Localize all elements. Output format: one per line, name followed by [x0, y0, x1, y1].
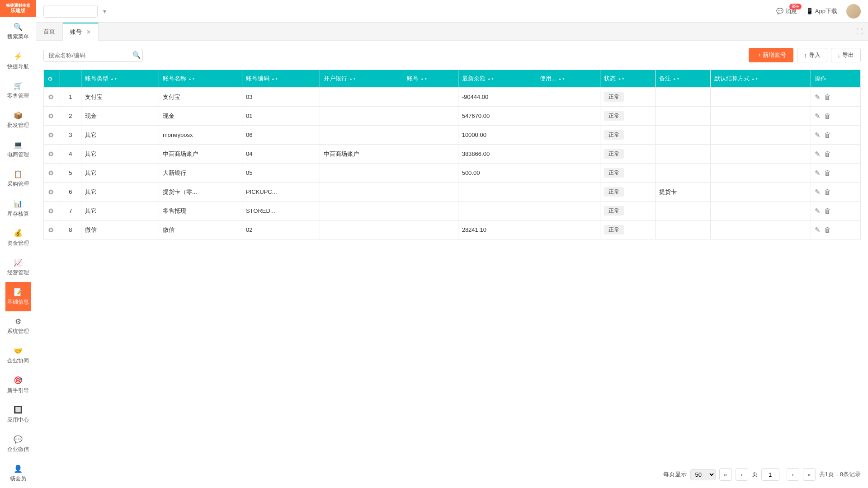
edit-button-4[interactable]: ✎ — [815, 150, 821, 158]
delete-button-5[interactable]: 🗑 — [824, 169, 831, 177]
add-account-button[interactable]: + 新增账号 — [749, 48, 793, 62]
sidebar-item-basic[interactable]: 📝基础信息 — [5, 282, 31, 311]
row-settings-button-8[interactable]: ⚙ — [48, 226, 54, 234]
row-gear-8[interactable]: ⚙ — [44, 221, 60, 239]
row-settings-button-2[interactable]: ⚙ — [48, 112, 54, 120]
delete-button-2[interactable]: 🗑 — [824, 112, 831, 120]
sidebar-item-system[interactable]: ⚙系统管理 — [5, 311, 31, 341]
edit-button-3[interactable]: ✎ — [815, 131, 821, 139]
row-number-3: 3 — [60, 126, 81, 145]
content-area: 🔍 + 新增账号 ↑ 导入 ↓ 导出 ⚙账号类型▲▼账号名称▲▼ — [36, 41, 868, 488]
sidebar-item-member[interactable]: 👤畅会员 — [5, 459, 31, 488]
tab-home[interactable]: 首页 — [36, 23, 63, 41]
status-badge-8: 正常 — [604, 225, 624, 235]
row-gear-3[interactable]: ⚙ — [44, 126, 60, 145]
delete-button-1[interactable]: 🗑 — [824, 93, 831, 101]
sidebar: 畅捷通财生意 乐建版 🔍搜索菜单⚡快捷导航🛒零售管理📦批发管理💻电商管理📋采购管… — [0, 0, 36, 488]
col-header-code[interactable]: 账号编码▲▼ — [242, 70, 320, 88]
row-gear-1[interactable]: ⚙ — [44, 88, 60, 107]
sidebar-item-label: 新手引导 — [7, 387, 29, 394]
cell-status-2: 正常 — [600, 107, 656, 126]
col-header-name[interactable]: 账号名称▲▼ — [159, 70, 242, 88]
col-header-account[interactable]: 账号▲▼ — [403, 70, 458, 88]
edit-button-8[interactable]: ✎ — [815, 226, 821, 234]
table-row: ⚙1支付宝支付宝03-90444.00正常 ✎ 🗑 — [44, 88, 861, 107]
basic-icon: 📝 — [7, 287, 29, 297]
cell-bank-6 — [320, 183, 403, 202]
page-input[interactable] — [761, 468, 779, 481]
tab-expand-icon[interactable]: ⛶ — [851, 28, 868, 35]
avatar[interactable] — [846, 4, 861, 19]
sidebar-item-search[interactable]: 🔍搜索菜单 — [5, 17, 31, 46]
system-icon: ⚙ — [7, 317, 29, 327]
sidebar-item-wholesale[interactable]: 📦批发管理 — [5, 105, 31, 135]
cell-status-5: 正常 — [600, 164, 656, 183]
sidebar-item-operation[interactable]: 📈经营管理 — [5, 253, 31, 282]
col-header-status[interactable]: 状态▲▼ — [600, 70, 656, 88]
sidebar-item-finance[interactable]: 💰资金管理 — [5, 223, 31, 252]
col-header-bank[interactable]: 开户银行▲▼ — [320, 70, 403, 88]
row-gear-4[interactable]: ⚙ — [44, 145, 60, 164]
cell-type-7: 其它 — [81, 202, 159, 221]
edit-button-1[interactable]: ✎ — [815, 93, 821, 101]
row-gear-6[interactable]: ⚙ — [44, 183, 60, 202]
edit-button-6[interactable]: ✎ — [815, 188, 821, 196]
last-page-button[interactable]: » — [803, 468, 816, 481]
delete-button-3[interactable]: 🗑 — [824, 131, 831, 139]
first-page-button[interactable]: « — [719, 468, 732, 481]
col-header-usage[interactable]: 使用...▲▼ — [536, 70, 600, 88]
row-settings-button-7[interactable]: ⚙ — [48, 207, 54, 215]
cell-usage-6 — [536, 183, 600, 202]
cell-account-3 — [403, 126, 458, 145]
col-header-balance[interactable]: 最新余额▲▼ — [458, 70, 536, 88]
sidebar-item-appcenter[interactable]: 🔲应用中心 — [5, 399, 31, 429]
edit-button-7[interactable]: ✎ — [815, 207, 821, 215]
edit-button-2[interactable]: ✎ — [815, 112, 821, 120]
tab-close-account[interactable]: ✕ — [86, 29, 91, 35]
import-button[interactable]: ↑ 导入 — [797, 48, 827, 62]
page-size-select[interactable]: 50 100 200 — [690, 469, 716, 480]
message-badge: 99+ — [789, 4, 802, 9]
next-page-button[interactable]: › — [787, 468, 799, 481]
header-right: 💬 消息 99+ 📱 App下载 — [776, 4, 861, 19]
row-settings-button-3[interactable]: ⚙ — [48, 131, 54, 139]
operation-icon: 📈 — [7, 258, 29, 268]
sidebar-item-inventory[interactable]: 📊库存核算 — [5, 193, 31, 223]
prev-page-button[interactable]: ‹ — [736, 468, 748, 481]
sidebar-item-retail[interactable]: 🛒零售管理 — [5, 75, 31, 105]
search-button[interactable]: 🔍 — [129, 51, 143, 59]
sidebar-item-ecommerce[interactable]: 💻电商管理 — [5, 135, 31, 164]
col-header-type[interactable]: 账号类型▲▼ — [81, 70, 159, 88]
dropdown-arrow-icon[interactable]: ▾ — [103, 8, 106, 15]
app-download-button[interactable]: 📱 App下载 — [806, 7, 837, 15]
row-settings-button-4[interactable]: ⚙ — [48, 150, 54, 158]
cell-balance-3: 10000.00 — [458, 126, 536, 145]
cell-default-4 — [710, 145, 811, 164]
sidebar-item-enterprise[interactable]: 🤝企业协同 — [5, 341, 31, 370]
sidebar-item-label: 基础信息 — [7, 299, 29, 305]
row-gear-7[interactable]: ⚙ — [44, 202, 60, 221]
row-settings-button-1[interactable]: ⚙ — [48, 93, 54, 101]
col-header-default[interactable]: 默认结算方式▲▼ — [710, 70, 811, 88]
row-gear-2[interactable]: ⚙ — [44, 107, 60, 126]
delete-button-7[interactable]: 🗑 — [824, 207, 831, 215]
sidebar-item-newbie[interactable]: 🎯新手引导 — [5, 370, 31, 399]
export-button[interactable]: ↓ 导出 — [831, 48, 861, 62]
top-search-input[interactable] — [43, 5, 98, 18]
edit-button-5[interactable]: ✎ — [815, 169, 821, 177]
row-settings-button-5[interactable]: ⚙ — [48, 169, 54, 177]
delete-button-8[interactable]: 🗑 — [824, 226, 831, 234]
sidebar-item-purchase[interactable]: 📋采购管理 — [5, 164, 31, 193]
sidebar-item-wechat[interactable]: 💬企业微信 — [5, 429, 31, 459]
cell-remark-6: 提货卡 — [656, 183, 711, 202]
cell-remark-3 — [656, 126, 711, 145]
sidebar-item-shortcut[interactable]: ⚡快捷导航 — [5, 46, 31, 75]
row-settings-button-6[interactable]: ⚙ — [48, 188, 54, 196]
tab-account[interactable]: 账号✕ — [63, 23, 99, 41]
message-button[interactable]: 💬 消息 99+ — [776, 7, 797, 15]
delete-button-4[interactable]: 🗑 — [824, 150, 831, 158]
search-input[interactable] — [44, 49, 129, 61]
row-gear-5[interactable]: ⚙ — [44, 164, 60, 183]
col-header-remark[interactable]: 备注▲▼ — [656, 70, 711, 88]
delete-button-6[interactable]: 🗑 — [824, 188, 831, 196]
